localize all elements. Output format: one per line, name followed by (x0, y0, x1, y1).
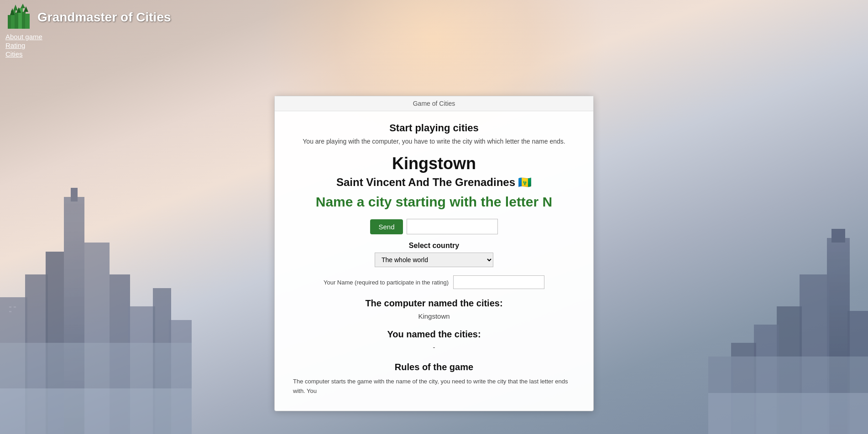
current-city: Kingstown (293, 154, 575, 173)
svg-rect-13 (0, 343, 192, 434)
select-country-label: Select country (293, 242, 575, 250)
svg-rect-30 (25, 14, 30, 29)
svg-rect-8 (153, 288, 171, 434)
player-name-input[interactable] (453, 275, 544, 289)
nav-cities[interactable]: Cities (5, 50, 23, 58)
svg-rect-4 (46, 252, 64, 434)
svg-rect-17 (800, 274, 829, 434)
svg-rect-20 (731, 343, 756, 434)
svg-rect-0 (64, 197, 84, 434)
svg-rect-14 (0, 388, 192, 434)
city-answer-input[interactable] (407, 219, 498, 234)
svg-rect-16 (831, 229, 845, 243)
panel-subtitle: You are playing with the computer, you h… (293, 138, 575, 145)
nav-rating[interactable]: Rating (5, 41, 25, 49)
svg-rect-11 (14, 306, 16, 308)
svg-rect-7 (128, 306, 155, 434)
svg-rect-27 (15, 13, 18, 29)
site-logo-icon (5, 4, 33, 31)
svg-rect-6 (110, 274, 130, 434)
svg-rect-12 (9, 311, 11, 312)
country-flag-icon: 🇻🇨 (518, 176, 532, 189)
panel-header: Game of Cities (275, 96, 593, 111)
svg-rect-2 (0, 297, 27, 434)
country-name: Saint Vincent And The Grenadines 🇻🇨 (293, 176, 575, 189)
svg-marker-32 (13, 5, 18, 10)
country-select[interactable]: The whole world (375, 253, 493, 267)
svg-rect-10 (9, 306, 11, 308)
rules-heading: Rules of the game (293, 362, 575, 372)
computer-cities-heading: The computer named the cities: (293, 298, 575, 309)
svg-rect-9 (169, 320, 192, 434)
you-named-heading: You named the cities: (293, 329, 575, 340)
svg-rect-18 (777, 306, 802, 434)
svg-rect-29 (22, 12, 26, 29)
rules-text: The computer starts the game with the na… (293, 377, 575, 396)
svg-rect-23 (708, 356, 868, 434)
you-named-cities-list: - (293, 343, 575, 351)
svg-rect-24 (708, 393, 868, 434)
send-button[interactable]: Send (370, 219, 403, 234)
svg-rect-19 (754, 325, 779, 434)
svg-rect-15 (827, 238, 850, 434)
computer-cities-list: Kingstown (293, 312, 575, 320)
game-panel: Game of Cities Start playing cities You … (274, 96, 594, 411)
svg-rect-21 (708, 356, 733, 434)
svg-rect-5 (84, 243, 110, 434)
svg-marker-34 (21, 4, 25, 8)
nav-about[interactable]: About game (5, 33, 42, 41)
panel-title: Start playing cities (293, 122, 575, 134)
svg-rect-3 (25, 274, 48, 434)
site-title: Grandmaster of Cities (37, 10, 171, 25)
svg-rect-1 (71, 188, 78, 202)
svg-rect-22 (847, 311, 868, 434)
prompt-text: Name a city starting with the letter N (293, 194, 575, 210)
name-label: Your Name (required to participate in th… (324, 279, 449, 286)
